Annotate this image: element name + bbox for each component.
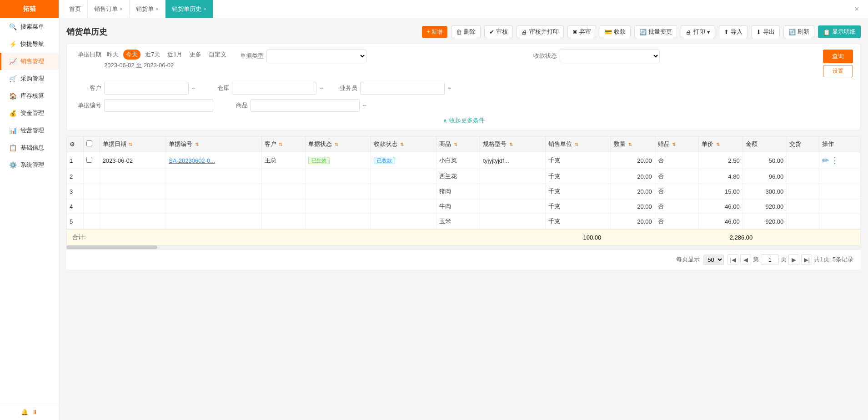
date-tag-today[interactable]: 今天 xyxy=(123,50,140,60)
date-tag-yesterday[interactable]: 昨天 xyxy=(104,50,121,60)
col-transaction[interactable]: 交货 xyxy=(787,136,819,152)
collect-icon: 💳 xyxy=(605,29,612,35)
row-doc-status xyxy=(306,184,371,199)
audit-print-icon: 🖨 xyxy=(522,29,527,35)
row-checkbox[interactable] xyxy=(83,169,100,184)
row-quantity: 20.00 xyxy=(611,152,655,169)
query-settings-area: 查询 设置 xyxy=(823,50,853,77)
sidebar-item-base-info[interactable]: 📋 基础信息 xyxy=(0,139,59,156)
batch-change-button[interactable]: 🔄 批量变更 xyxy=(634,25,677,38)
last-page-btn[interactable]: ▶| xyxy=(801,254,812,265)
customer-dot[interactable]: ··· xyxy=(191,84,195,92)
sidebar-item-inventory[interactable]: 🏠 库存核算 xyxy=(0,87,59,105)
customer-input[interactable] xyxy=(104,82,189,95)
row-doc-number[interactable] xyxy=(166,184,261,199)
col-unit[interactable]: 销售单位 ⇅ xyxy=(546,136,611,152)
import-button[interactable]: ⬆ 导入 xyxy=(719,25,748,38)
sidebar-item-operations[interactable]: 📊 经营管理 xyxy=(0,122,59,139)
col-quantity[interactable]: 数量 ⇅ xyxy=(611,136,655,152)
scrollbar-thumb[interactable] xyxy=(66,245,157,249)
sidebar-item-system[interactable]: ⚙️ 系统管理 xyxy=(0,156,59,174)
refresh-button[interactable]: 🔃 刷新 xyxy=(783,25,814,38)
tab-sales-goods-close[interactable]: × xyxy=(156,6,159,12)
col-collect-status[interactable]: 收款状态 ⇅ xyxy=(371,136,437,152)
sidebar-collapse-btn[interactable]: 🔔 xyxy=(21,409,28,415)
col-amount[interactable]: 金额 xyxy=(743,136,787,152)
row-doc-number[interactable]: SA-20230602-0... xyxy=(166,152,261,169)
col-settings[interactable]: ⚙ xyxy=(67,136,83,152)
sidebar-item-sales-mgmt[interactable]: 📈 销售管理 xyxy=(0,53,59,70)
export-button[interactable]: ⬇ 导出 xyxy=(751,25,780,38)
settings-button[interactable]: 设置 xyxy=(823,65,853,77)
doc-type-select[interactable] xyxy=(266,50,366,62)
new-button[interactable]: + 新增 xyxy=(422,26,447,38)
col-doc-status[interactable]: 单据状态 ⇅ xyxy=(306,136,371,152)
date-tag-1month[interactable]: 近1月 xyxy=(165,50,185,60)
warehouse-input[interactable] xyxy=(232,82,316,95)
audit-button[interactable]: ✔ 审核 xyxy=(484,25,513,38)
row-doc-number[interactable] xyxy=(166,169,261,184)
doc-number-input[interactable] xyxy=(104,99,213,112)
sort-goods-icon: ⇅ xyxy=(454,142,457,147)
sidebar-item-quick-nav[interactable]: ⚡ 快捷导航 xyxy=(0,35,59,53)
col-customer[interactable]: 客户 ⇅ xyxy=(261,136,305,152)
col-unit-price[interactable]: 单价 ⇅ xyxy=(699,136,743,152)
row-checkbox[interactable] xyxy=(83,152,100,169)
per-page-select[interactable]: 50 xyxy=(703,255,724,265)
col-doc-number[interactable]: 单据编号 ⇅ xyxy=(166,136,261,152)
abandon-button[interactable]: ✖ 弃审 xyxy=(567,25,596,38)
edit-action[interactable]: ✏ xyxy=(822,156,829,165)
col-doc-date[interactable]: 单据日期 ⇅ xyxy=(100,136,166,152)
row-checkbox[interactable] xyxy=(83,214,100,229)
row-unit: 千克 xyxy=(546,169,611,184)
goods-input[interactable] xyxy=(251,99,360,112)
tab-bar-close-btn[interactable]: × xyxy=(849,5,864,13)
more-action[interactable]: ⋮ xyxy=(831,156,839,165)
col-checkbox[interactable] xyxy=(83,136,100,152)
date-tag-custom[interactable]: 自定义 xyxy=(206,50,229,60)
col-goods[interactable]: 商品 ⇅ xyxy=(437,136,480,152)
show-detail-button[interactable]: 📋 显示明细 xyxy=(818,25,861,38)
row-doc-number[interactable] xyxy=(166,214,261,229)
col-gift[interactable]: 赠品 ⇅ xyxy=(655,136,698,152)
horizontal-scrollbar[interactable] xyxy=(66,245,861,249)
sidebar-item-search-menu[interactable]: 🔍 搜索菜单 xyxy=(0,18,59,35)
row-num: 5 xyxy=(67,214,83,229)
collapse-button[interactable]: ∧ 收起更多条件 xyxy=(74,116,853,125)
tab-sales-order[interactable]: 销售订单 × xyxy=(88,0,130,18)
abandon-icon: ✖ xyxy=(572,29,577,35)
tab-home[interactable]: 首页 xyxy=(63,0,88,18)
pagination-bar: 每页显示 50 |◀ ◀ 第 页 ▶ ▶| 共1页, 5条记录 xyxy=(66,249,861,270)
sidebar-user-btn[interactable]: ⏸ xyxy=(32,409,38,415)
collect-button[interactable]: 💳 收款 xyxy=(600,25,631,38)
collect-status-select[interactable] xyxy=(560,50,660,62)
row-doc-number[interactable] xyxy=(166,199,261,214)
row-spec: tyjyjtyjdf... xyxy=(480,152,546,169)
tab-sales-history-close[interactable]: × xyxy=(203,6,206,12)
warehouse-dot[interactable]: ··· xyxy=(319,84,322,92)
filter-customer: 客户 ··· xyxy=(74,82,195,95)
tab-sales-history[interactable]: 销货单历史 × xyxy=(166,0,213,18)
col-spec[interactable]: 规格型号 ⇅ xyxy=(480,136,546,152)
select-all-checkbox[interactable] xyxy=(86,140,92,146)
delete-button[interactable]: 🗑 删除 xyxy=(451,25,481,38)
tab-sales-order-close[interactable]: × xyxy=(120,6,123,12)
first-page-btn[interactable]: |◀ xyxy=(728,254,738,265)
sidebar-item-purchase-mgmt[interactable]: 🛒 采购管理 xyxy=(0,70,59,87)
goods-dot[interactable]: ··· xyxy=(362,101,366,110)
prev-page-btn[interactable]: ◀ xyxy=(740,254,751,265)
sidebar-item-finance[interactable]: 💰 资金管理 xyxy=(0,105,59,122)
salesman-dot[interactable]: ··· xyxy=(447,84,451,92)
query-button[interactable]: 查询 xyxy=(823,50,853,63)
next-page-btn[interactable]: ▶ xyxy=(788,254,799,265)
row-checkbox[interactable] xyxy=(83,199,100,214)
date-tag-more[interactable]: 更多 xyxy=(187,50,204,60)
page-number-input[interactable] xyxy=(761,254,779,265)
row-checkbox[interactable] xyxy=(83,184,100,199)
date-tag-7days[interactable]: 近7天 xyxy=(142,50,163,60)
row-spec xyxy=(480,214,546,229)
salesman-input[interactable] xyxy=(360,82,445,95)
audit-print-button[interactable]: 🖨 审核并打印 xyxy=(517,25,564,38)
print-button[interactable]: 🖨 打印 ▾ xyxy=(681,25,715,38)
tab-sales-goods[interactable]: 销货单 × xyxy=(130,0,166,18)
